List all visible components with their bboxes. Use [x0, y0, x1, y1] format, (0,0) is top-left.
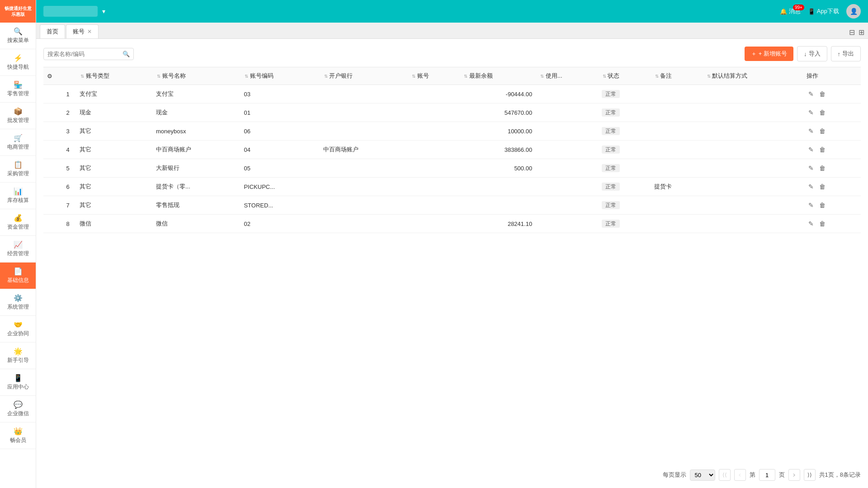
table-row: 1 支付宝 支付宝 03 -90444.00 正常 ✎ 🗑	[43, 85, 861, 103]
pagination: 每页显示 50 20 100 ⟨⟨ ﹤ 第 页 ﹥ ⟩⟩ 共1页，8条记录	[663, 469, 861, 481]
row-default-settlement-7	[703, 196, 803, 215]
row-actions-6: ✎ 🗑	[803, 178, 861, 196]
sidebar-item-newcomer-guide[interactable]: 🌟新手引导	[0, 343, 36, 369]
import-button[interactable]: ↓ 导入	[797, 46, 827, 61]
row-settings-7	[43, 196, 60, 215]
sidebar-item-system-mgmt[interactable]: ⚙️系统管理	[0, 289, 36, 316]
edit-button-1[interactable]: ✎	[807, 89, 816, 99]
sidebar-item-wholesale-mgmt[interactable]: 📦批发管理	[0, 103, 36, 129]
next-page-button[interactable]: ﹥	[788, 469, 800, 481]
minimize-window-button[interactable]: ⊟	[849, 28, 855, 37]
last-page-button[interactable]: ⟩⟩	[804, 469, 816, 481]
row-account-type-6: 其它	[76, 178, 152, 196]
row-actions-7: ✎ 🗑	[803, 196, 861, 215]
tab-close-account[interactable]: ✕	[87, 29, 92, 34]
ecommerce-mgmt-icon: 🛒	[14, 134, 23, 142]
prev-page-button[interactable]: ﹤	[734, 469, 746, 481]
row-actions-4: ✎ 🗑	[803, 141, 861, 159]
basic-info-icon: 📄	[14, 267, 23, 276]
tab-home[interactable]: 首页	[40, 24, 65, 38]
sidebar-item-enterprise-wechat[interactable]: 💬企业微信	[0, 396, 36, 422]
row-actions-5: ✎ 🗑	[803, 159, 861, 178]
col-bank[interactable]: ⇅ 开户银行	[320, 67, 408, 85]
row-latest-balance-6	[459, 178, 536, 196]
edit-button-2[interactable]: ✎	[807, 108, 816, 117]
tab-bar: 首页账号✕ ⊟ ⊞	[36, 23, 868, 39]
row-settings-6	[43, 178, 60, 196]
global-search-input[interactable]	[43, 6, 98, 17]
edit-button-5[interactable]: ✎	[807, 164, 816, 173]
sidebar-item-search-menu[interactable]: 🔍搜索菜单	[0, 23, 36, 49]
account-search-input[interactable]	[47, 51, 120, 57]
delete-button-6[interactable]: 🗑	[817, 182, 827, 191]
edit-button-6[interactable]: ✎	[807, 182, 816, 191]
user-avatar[interactable]: 👤	[846, 4, 861, 19]
delete-button-7[interactable]: 🗑	[817, 201, 827, 210]
sidebar-item-ecommerce-mgmt[interactable]: 🛒电商管理	[0, 129, 36, 156]
row-account-code-7: STORED...	[240, 196, 319, 215]
row-status-5: 正常	[598, 159, 651, 178]
edit-button-3[interactable]: ✎	[807, 127, 816, 136]
tab-account[interactable]: 账号✕	[66, 24, 99, 38]
sidebar-item-enterprise-agreement[interactable]: 🤝企业协同	[0, 316, 36, 343]
table-toolbar: 🔍 ＋ + 新增账号 ↓ 导入 ↑ 导出	[43, 46, 861, 61]
delete-button-2[interactable]: 🗑	[817, 108, 827, 117]
page-size-select[interactable]: 50 20 100	[690, 469, 715, 481]
col-account-no[interactable]: ⇅ 账号	[407, 67, 459, 85]
delete-button-1[interactable]: 🗑	[817, 89, 827, 99]
row-bank-2	[320, 103, 408, 122]
add-account-button[interactable]: ＋ + 新增账号	[745, 47, 793, 61]
row-account-no-8	[407, 215, 459, 233]
row-account-no-4	[407, 141, 459, 159]
col-account-code[interactable]: ⇅ 账号编码	[240, 67, 319, 85]
sidebar-label: 畅会员	[10, 436, 26, 444]
row-num-4: 4	[60, 141, 76, 159]
col-account-type[interactable]: ⇅ 账号类型	[76, 67, 152, 85]
sidebar-item-purchase-mgmt[interactable]: 📋采购管理	[0, 156, 36, 183]
edit-button-7[interactable]: ✎	[807, 201, 816, 210]
sidebar-label: 零售管理	[7, 90, 29, 98]
row-actions-2: ✎ 🗑	[803, 103, 861, 122]
row-bank-8	[320, 215, 408, 233]
edit-button-8[interactable]: ✎	[807, 219, 816, 228]
app-download-button[interactable]: 📱 App下载	[808, 7, 839, 15]
row-num-2: 2	[60, 103, 76, 122]
col-default-settlement[interactable]: ⇅ 默认结算方式	[703, 67, 803, 85]
main-area: ▾ 🔔 消息 99+ 📱 App下载 👤 首页账号✕ ⊟ ⊞	[36, 0, 868, 488]
delete-button-8[interactable]: 🗑	[817, 219, 827, 228]
delete-button-5[interactable]: 🗑	[817, 164, 827, 173]
row-account-name-3: moneybosx	[152, 122, 241, 141]
sidebar-item-app-center[interactable]: 📱应用中心	[0, 369, 36, 396]
sidebar-item-quick-nav[interactable]: ⚡快捷导航	[0, 49, 36, 76]
page-number-input[interactable]	[759, 469, 775, 481]
col-settings[interactable]: ⚙	[43, 67, 60, 85]
col-usage[interactable]: ⇅ 使用...	[536, 67, 598, 85]
sidebar-item-vip-member[interactable]: 👑畅会员	[0, 422, 36, 449]
sidebar-item-operations-mgmt[interactable]: 📈经营管理	[0, 236, 36, 263]
sidebar-item-basic-info[interactable]: 📄基础信息	[0, 263, 36, 289]
col-account-name[interactable]: ⇅ 账号名称	[152, 67, 241, 85]
row-remarks-5	[651, 159, 703, 178]
app-logo: 畅捷通好生意 乐惠版	[0, 0, 36, 23]
export-button[interactable]: ↑ 导出	[831, 46, 861, 61]
sidebar-item-retail-mgmt[interactable]: 🏪零售管理	[0, 76, 36, 103]
notification-button[interactable]: 🔔 消息 99+	[780, 7, 801, 15]
col-remarks[interactable]: ⇅ 备注	[651, 67, 703, 85]
search-icon[interactable]: 🔍	[123, 51, 130, 57]
table-row: 5 其它 大新银行 05 500.00 正常 ✎ 🗑	[43, 159, 861, 178]
sidebar-item-inventory[interactable]: 📊库存核算	[0, 183, 36, 209]
delete-button-3[interactable]: 🗑	[817, 127, 827, 136]
delete-button-4[interactable]: 🗑	[817, 145, 827, 154]
row-account-type-2: 现金	[76, 103, 152, 122]
row-account-name-5: 大新银行	[152, 159, 241, 178]
first-page-button[interactable]: ⟨⟨	[719, 469, 731, 481]
page-end-label: 页	[779, 471, 785, 479]
dropdown-button[interactable]: ▾	[102, 8, 105, 15]
row-bank-4: 中百商场账户	[320, 141, 408, 159]
tab-label-home: 首页	[47, 28, 58, 36]
sidebar-item-finance-mgmt[interactable]: 💰资金管理	[0, 209, 36, 236]
col-latest-balance[interactable]: ⇅ 最新余额	[459, 67, 536, 85]
maximize-window-button[interactable]: ⊞	[859, 28, 864, 37]
edit-button-4[interactable]: ✎	[807, 145, 816, 154]
col-status[interactable]: ⇅ 状态	[598, 67, 651, 85]
